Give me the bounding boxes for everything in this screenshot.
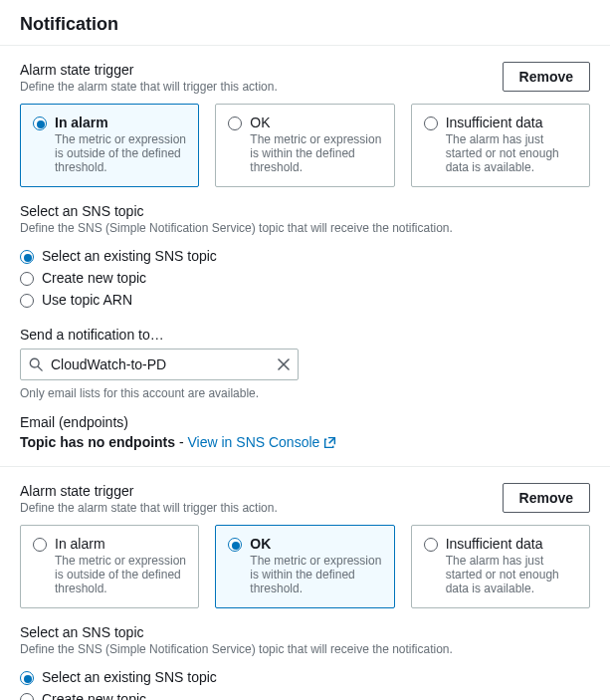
radio-icon bbox=[20, 250, 34, 264]
alarm-state-in-alarm[interactable]: In alarm The metric or expression is out… bbox=[20, 525, 199, 608]
svg-line-1 bbox=[38, 366, 42, 370]
sns-option-existing[interactable]: Select an existing SNS topic bbox=[20, 666, 590, 688]
option-title: Insufficient data bbox=[446, 536, 577, 552]
view-sns-console-link[interactable]: View in SNS Console bbox=[188, 434, 337, 450]
endpoints-title: Email (endpoints) bbox=[20, 414, 590, 430]
sns-sub: Define the SNS (Simple Notification Serv… bbox=[20, 221, 590, 235]
endpoints-section: Email (endpoints) Topic has no endpoints… bbox=[0, 400, 610, 466]
sns-option-create[interactable]: Create new topic bbox=[20, 267, 590, 289]
page-title: Notification bbox=[0, 0, 610, 46]
alarm-trigger-sub: Define the alarm state that will trigger… bbox=[20, 501, 278, 515]
radio-icon bbox=[20, 693, 34, 700]
option-desc: The metric or expression is within the d… bbox=[250, 132, 381, 174]
option-desc: The metric or expression is within the d… bbox=[250, 554, 381, 595]
alarm-state-insufficient[interactable]: Insufficient data The alarm has just sta… bbox=[411, 525, 590, 608]
option-desc: The alarm has just started or not enough… bbox=[446, 554, 577, 595]
notification-section: Alarm state trigger Define the alarm sta… bbox=[0, 46, 610, 400]
alarm-state-options: In alarm The metric or expression is out… bbox=[20, 525, 590, 608]
option-desc: The metric or expression is outside of t… bbox=[55, 554, 186, 595]
sns-option-arn[interactable]: Use topic ARN bbox=[20, 289, 590, 311]
radio-icon bbox=[228, 117, 242, 130]
alarm-state-options: In alarm The metric or expression is out… bbox=[20, 104, 590, 187]
radio-icon bbox=[20, 294, 34, 308]
option-title: In alarm bbox=[55, 536, 186, 552]
dash: - bbox=[175, 434, 187, 450]
sns-topic-input[interactable] bbox=[49, 355, 272, 373]
radio-icon bbox=[228, 538, 242, 552]
no-endpoints-text: Topic has no endpoints bbox=[20, 434, 175, 450]
notification-section: Alarm state trigger Define the alarm sta… bbox=[0, 467, 610, 700]
radio-icon bbox=[424, 117, 438, 130]
option-label: Select an existing SNS topic bbox=[42, 248, 217, 264]
endpoints-line: Topic has no endpoints - View in SNS Con… bbox=[20, 434, 590, 450]
radio-icon bbox=[33, 538, 47, 552]
alarm-trigger-sub: Define the alarm state that will trigger… bbox=[20, 80, 278, 94]
alarm-state-insufficient[interactable]: Insufficient data The alarm has just sta… bbox=[411, 104, 590, 187]
option-desc: The alarm has just started or not enough… bbox=[446, 132, 577, 174]
send-to-label: Send a notification to… bbox=[20, 327, 590, 343]
option-label: Create new topic bbox=[42, 270, 146, 286]
option-label: Use topic ARN bbox=[42, 292, 132, 308]
alarm-state-in-alarm[interactable]: In alarm The metric or expression is out… bbox=[20, 104, 199, 187]
sns-heading: Select an SNS topic bbox=[20, 203, 590, 219]
sns-heading: Select an SNS topic bbox=[20, 624, 590, 640]
radio-icon bbox=[20, 671, 34, 685]
sns-sub: Define the SNS (Simple Notification Serv… bbox=[20, 642, 590, 656]
sns-topic-options: Select an existing SNS topic Create new … bbox=[20, 245, 590, 311]
radio-icon bbox=[33, 117, 47, 130]
radio-icon bbox=[20, 272, 34, 286]
sns-topic-options: Select an existing SNS topic Create new … bbox=[20, 666, 590, 700]
option-label: Create new topic bbox=[42, 691, 146, 700]
clear-icon[interactable] bbox=[278, 358, 290, 370]
option-desc: The metric or expression is outside of t… bbox=[55, 132, 186, 174]
option-title: In alarm bbox=[55, 115, 186, 130]
sns-option-existing[interactable]: Select an existing SNS topic bbox=[20, 245, 590, 267]
option-title: OK bbox=[250, 115, 381, 130]
send-to-hint: Only email lists for this account are av… bbox=[20, 386, 590, 400]
option-label: Select an existing SNS topic bbox=[42, 669, 217, 685]
option-title: Insufficient data bbox=[446, 115, 577, 130]
remove-button[interactable]: Remove bbox=[503, 483, 590, 513]
remove-button[interactable]: Remove bbox=[503, 62, 590, 92]
sns-topic-input-wrap[interactable] bbox=[20, 349, 299, 380]
sns-option-create[interactable]: Create new topic bbox=[20, 688, 590, 700]
link-text: View in SNS Console bbox=[188, 434, 320, 450]
option-title: OK bbox=[250, 536, 381, 552]
radio-icon bbox=[424, 538, 438, 552]
alarm-trigger-heading: Alarm state trigger bbox=[20, 483, 278, 499]
search-icon bbox=[29, 357, 43, 371]
external-link-icon bbox=[323, 436, 336, 449]
alarm-trigger-heading: Alarm state trigger bbox=[20, 62, 278, 78]
alarm-state-ok[interactable]: OK The metric or expression is within th… bbox=[215, 525, 394, 608]
alarm-state-ok[interactable]: OK The metric or expression is within th… bbox=[215, 104, 394, 187]
